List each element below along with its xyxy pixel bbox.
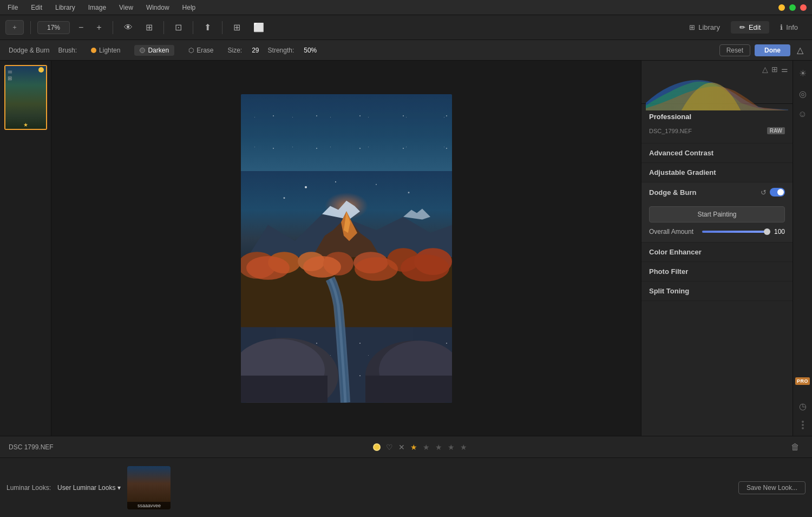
photo-container [241,94,452,403]
add-photo-button[interactable]: ＋ [5,20,24,35]
status-right: 🗑 [787,439,803,455]
compare-button[interactable]: ⊞ [141,20,157,35]
menu-window[interactable]: Window [144,3,172,12]
reset-button[interactable]: Reset [719,44,750,56]
overall-amount-track[interactable] [702,231,767,233]
dot-3 [802,427,804,429]
done-button[interactable]: Done [755,44,790,56]
tab-library[interactable]: ⊞ Library [680,21,729,34]
window-close[interactable] [800,4,807,11]
film-thumb-1[interactable]: ★ ⚌ ⊞ [4,65,47,130]
menu-bar: File Edit Library Image View Window Help [0,0,812,15]
look-thumb-1[interactable]: ssaaavvee [127,466,171,509]
strip-colorwheel-btn[interactable]: ◎ [795,86,811,102]
lighten-dot [91,48,96,53]
strip-clock-btn[interactable]: ◷ [795,398,811,414]
photo-background [241,94,452,403]
share-button[interactable]: ⬆ [200,20,215,35]
pro-badge: PRO [795,377,810,385]
crop-button[interactable]: ⊡ [171,20,186,35]
svg-rect-25 [365,376,452,403]
brush-toolbar-right: Reset Done △ [719,44,803,56]
color-label-dot[interactable] [373,443,381,451]
landscape-svg [241,171,452,403]
film-tool-icon-1: ⚌ [8,68,12,74]
advanced-contrast-header[interactable]: Advanced Contrast [641,143,793,162]
tab-info[interactable]: ℹ Info [771,21,807,34]
accordion-dodge-burn: Dodge & Burn ↺ Start Painting Overall Am… [641,182,793,243]
dodge-burn-title: Dodge & Burn [649,188,696,197]
split-toning-header[interactable]: Split Toning [641,282,793,300]
panel-filename-row: DSC_1799.NEF RAW [649,124,785,138]
toolbar-separator-2 [113,21,113,34]
zoom-in-button[interactable]: + [92,21,106,35]
window-minimize[interactable] [778,4,785,11]
menu-help[interactable]: Help [180,3,198,12]
star-2[interactable]: ★ [423,443,430,451]
darken-dot [140,48,145,53]
heart-button[interactable]: ♡ [386,443,393,451]
adjustable-gradient-header[interactable]: Adjustable Gradient [641,163,793,182]
reject-button[interactable]: ✕ [398,443,405,451]
panel-spacer [641,301,793,436]
strip-dots [802,418,804,431]
window-controls [778,4,807,11]
tab-edit[interactable]: ✏ Edit [731,21,769,34]
looks-dropdown[interactable]: User Luminar Looks ▾ [57,484,121,492]
menu-image[interactable]: Image [86,3,108,12]
brush-erase-option[interactable]: ⬡ Erase [183,45,219,56]
hist-triangle-btn[interactable]: △ [762,65,768,74]
save-new-look-button[interactable]: Save New Look... [738,481,806,494]
preview-button[interactable]: 👁 [120,21,137,35]
histogram-canvas [646,76,788,110]
panel-title-row: Professional [649,109,785,124]
hist-sliders-btn[interactable]: ⚌ [781,65,788,74]
brush-darken-option[interactable]: Darken [134,45,174,56]
menu-library[interactable]: Library [53,3,77,12]
main-area: ★ ⚌ ⊞ [0,61,812,436]
overall-amount-thumb[interactable] [764,228,770,235]
status-bar: DSC 1799.NEF ♡ ✕ ★ ★ ★ ★ ★ 🗑 [0,436,812,457]
zoom-out-button[interactable]: − [74,21,88,35]
star-1[interactable]: ★ [410,443,417,451]
star-4[interactable]: ★ [448,443,455,451]
dot-2 [802,424,804,426]
star-5[interactable]: ★ [460,443,467,451]
color-enhancer-header[interactable]: Color Enhancer [641,243,793,261]
strip-sun-btn[interactable]: ☀ [795,65,811,81]
menu-file[interactable]: File [5,3,20,12]
status-center: ♡ ✕ ★ ★ ★ ★ ★ [60,443,781,451]
info-icon: ℹ [780,23,783,31]
photo-filter-header[interactable]: Photo Filter [641,262,793,281]
panel-title: Professional [649,113,691,121]
dodge-burn-toggle[interactable] [770,188,785,197]
svg-point-18 [355,257,398,281]
tool-name-label: Dodge & Burn [9,47,49,54]
star-3[interactable]: ★ [435,443,442,451]
canvas-area[interactable] [51,61,641,436]
monitor-button[interactable]: ⬜ [249,20,269,35]
menu-view[interactable]: View [117,3,135,12]
strip-smiley-btn[interactable]: ☺ [795,106,811,122]
window-maximize[interactable] [789,4,796,11]
bottom-section: DSC 1799.NEF ♡ ✕ ★ ★ ★ ★ ★ 🗑 Luminar Loo… [0,436,812,517]
dodge-burn-content: Start Painting Overall Amount 100 [641,202,793,242]
dodge-burn-reset-btn[interactable]: ↺ [761,188,767,197]
brush-lighten-option[interactable]: Lighten [86,45,126,56]
overall-amount-row: Overall Amount 100 [649,228,785,235]
strength-value: 50% [304,47,317,54]
start-painting-button[interactable]: Start Painting [649,206,785,222]
menu-edit[interactable]: Edit [29,3,44,12]
film-tool-icon-2: ⊞ [8,75,12,81]
dodge-burn-header[interactable]: Dodge & Burn ↺ [641,182,793,202]
trash-button[interactable]: 🗑 [787,439,803,455]
svg-point-17 [303,256,341,278]
overall-amount-label: Overall Amount [649,228,698,235]
look-thumb-label-1: ssaaavvee [127,502,171,509]
svg-point-30 [335,181,336,182]
strength-label: Strength: [268,47,294,54]
svg-point-16 [246,256,290,280]
hist-layers-btn[interactable]: ⊞ [771,65,778,74]
grid-button[interactable]: ⊞ [229,20,245,35]
icon-strip: ☀ ◎ ☺ PRO ◷ [793,61,812,436]
